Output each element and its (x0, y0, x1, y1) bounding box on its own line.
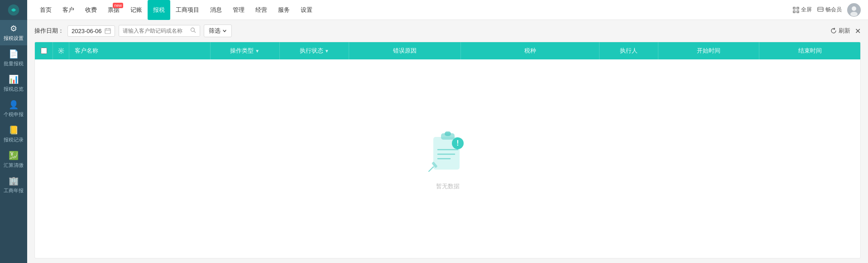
search-button[interactable] (187, 25, 200, 36)
svg-rect-3 (793, 11, 795, 13)
nav-message[interactable]: 消息 (205, 0, 227, 20)
data-table: 客户名称 操作类型 ▼ 执行状态 ▼ 错误原因 税种 (34, 42, 861, 258)
close-button[interactable]: ✕ (855, 27, 861, 35)
svg-rect-19 (445, 132, 451, 136)
nav-home[interactable]: 首页 (34, 0, 57, 20)
member-button[interactable]: 畅会员 (817, 6, 842, 14)
th-checkbox[interactable] (35, 42, 53, 59)
svg-point-9 (850, 12, 858, 16)
svg-rect-1 (793, 7, 795, 9)
empty-text: 暂无数据 (436, 182, 460, 190)
content-main: 操作日期： 2023-06-06 (27, 20, 868, 263)
th-name: 客户名称 (69, 42, 211, 59)
search-wrap (119, 25, 200, 37)
refresh-button[interactable]: 刷新 (830, 27, 850, 35)
sidebar-item-baoshui-jilu[interactable]: 📒 报税记录 (0, 122, 27, 147)
app-logo (0, 0, 27, 20)
sidebar-item-huisuan-jiaona[interactable]: 💹 汇算清缴 (0, 147, 27, 172)
svg-rect-4 (797, 11, 799, 13)
gear-icon (58, 48, 64, 54)
sidebar-item-piliang-baoshui[interactable]: 📄 批量报税 (0, 45, 27, 71)
table-header: 客户名称 操作类型 ▼ 执行状态 ▼ 错误原因 税种 (35, 42, 860, 59)
piliang-baoshui-icon: 📄 (9, 49, 19, 59)
svg-line-25 (429, 167, 433, 171)
refresh-icon (830, 28, 837, 34)
avatar[interactable] (847, 3, 861, 17)
new-badge: new (113, 3, 123, 9)
gongshang-nianbao-icon: 🏢 (9, 176, 19, 186)
nav-management[interactable]: 管理 (227, 0, 250, 20)
date-picker[interactable]: 2023-06-06 (67, 25, 115, 37)
fullscreen-button[interactable]: 全屏 (793, 6, 812, 14)
nav-settings[interactable]: 设置 (295, 0, 318, 20)
empty-state: ! 暂无数据 (35, 59, 860, 258)
toolbar-right: 刷新 ✕ (830, 27, 861, 35)
nav-invoice[interactable]: 票据 new (102, 0, 125, 20)
empty-illustration: ! (425, 127, 470, 177)
date-label: 操作日期： (34, 27, 64, 35)
toolbar-row: 操作日期： 2023-06-06 (34, 24, 861, 37)
th-gear[interactable] (53, 42, 69, 59)
filter-button[interactable]: 筛选 (204, 24, 232, 37)
th-starttime: 开始时间 (658, 42, 760, 59)
optype-sort-icon: ▼ (255, 49, 259, 54)
nav-receipts[interactable]: 收费 (80, 0, 102, 20)
search-icon (190, 27, 196, 33)
huisuan-jiaona-icon: 💹 (9, 151, 19, 161)
baoshui-shezhi-icon: ⚙ (10, 24, 17, 34)
svg-text:!: ! (456, 139, 459, 147)
th-executor: 执行人 (599, 42, 658, 59)
top-navigation: 首页 客户 收费 票据 new 记账 报税 工商项目 消息 管理 经营 服务 设… (27, 0, 868, 20)
nav-tax[interactable]: 报税 (148, 0, 170, 20)
topnav-right: 全屏 畅会员 (793, 3, 861, 17)
svg-point-14 (191, 28, 194, 32)
status-sort-icon: ▼ (325, 49, 329, 54)
svg-rect-2 (797, 7, 799, 9)
main-area: 首页 客户 收费 票据 new 记账 报税 工商项目 消息 管理 经营 服务 设… (27, 0, 868, 263)
nav-customer[interactable]: 客户 (57, 0, 80, 20)
sidebar-item-gongshang-nianbao[interactable]: 🏢 工商年报 (0, 172, 27, 198)
svg-point-8 (852, 6, 856, 11)
table-body: ! 暂无数据 (35, 59, 860, 258)
chevron-down-icon (222, 29, 227, 33)
page-content: 操作日期： 2023-06-06 (27, 20, 868, 263)
th-status[interactable]: 执行状态 ▼ (280, 42, 349, 59)
sidebar-item-baoshui-shezhi[interactable]: ⚙ 报税设置 (0, 20, 27, 45)
search-input[interactable] (119, 26, 187, 36)
nav-operations[interactable]: 经营 (250, 0, 273, 20)
th-taxtype: 税种 (461, 42, 599, 59)
th-optype[interactable]: 操作类型 ▼ (211, 42, 280, 59)
th-endtime: 结束时间 (759, 42, 860, 59)
baoshui-jilu-icon: 📒 (9, 125, 19, 135)
member-icon (817, 7, 824, 13)
sidebar-item-geshuishenbao[interactable]: 👤 个税申报 (0, 96, 27, 122)
sidebar-item-baoshui-zonlan[interactable]: 📊 报税总览 (0, 71, 27, 96)
baoshui-zonlan-icon: 📊 (9, 74, 19, 84)
nav-service[interactable]: 服务 (273, 0, 295, 20)
nav-accounting[interactable]: 记账 (125, 0, 148, 20)
th-errorreason: 错误原因 (349, 42, 461, 59)
fullscreen-icon (793, 7, 799, 13)
svg-rect-10 (105, 29, 110, 34)
select-all-checkbox[interactable] (41, 48, 47, 54)
nav-bizproject[interactable]: 工商项目 (170, 0, 205, 20)
geshuishenbao-icon: 👤 (9, 100, 19, 110)
svg-point-16 (60, 50, 62, 52)
sidebar: ⚙ 报税设置 📄 批量报税 📊 报税总览 👤 个税申报 📒 报税记录 💹 汇算清… (0, 0, 27, 263)
calendar-icon (105, 28, 111, 34)
svg-line-15 (194, 31, 196, 33)
